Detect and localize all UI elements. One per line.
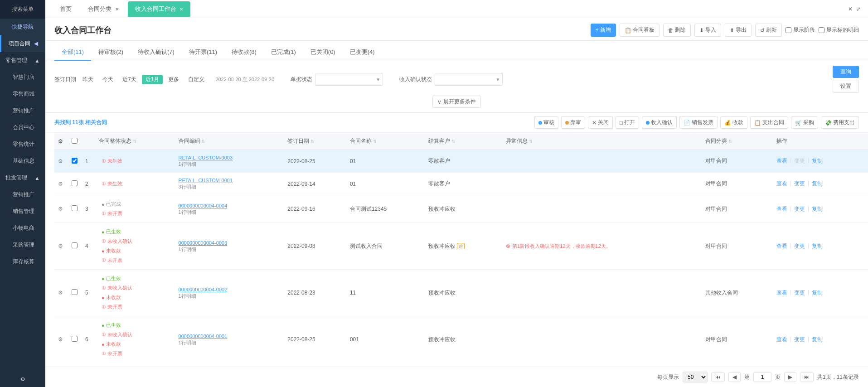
show-fields-checkbox[interactable]: 显示阶段 — [786, 26, 815, 34]
expense-out-button[interactable]: 📋 支出合同 — [750, 116, 788, 129]
status-select[interactable] — [315, 73, 383, 86]
filter-tab-completed[interactable]: 已完成(1) — [264, 44, 303, 61]
filter-tab-pending-payment[interactable]: 待收款(8) — [224, 44, 264, 61]
col-sign-date[interactable]: 签订日期 — [284, 133, 346, 150]
col-name[interactable]: 合同名称 — [346, 133, 425, 150]
review-button[interactable]: 审核 — [534, 116, 558, 129]
row-action-变更[interactable]: 变更 — [794, 242, 805, 250]
row-action-复制[interactable]: 复制 — [812, 289, 823, 297]
row-action-查看[interactable]: 查看 — [776, 242, 787, 250]
refresh-button[interactable]: ↺ 刷新 — [755, 24, 782, 37]
query-button[interactable]: 查询 — [833, 66, 859, 78]
col-abnormal[interactable]: 异常信息 — [502, 133, 702, 150]
row-settings-icon[interactable]: ⚙ — [58, 290, 63, 296]
row-checkbox[interactable] — [72, 242, 78, 248]
first-page-button[interactable]: ⏮ — [711, 372, 725, 382]
row-settings-icon[interactable]: ⚙ — [58, 206, 63, 212]
filter-tab-closed[interactable]: 已关闭(0) — [303, 44, 343, 61]
sidebar-item-marketing2[interactable]: 营销推广 — [0, 186, 45, 203]
tab-income-workbench-close[interactable]: ✕ — [179, 7, 183, 12]
row-action-复制[interactable]: 复制 — [812, 336, 823, 343]
row-action-查看[interactable]: 查看 — [776, 157, 787, 165]
open-button[interactable]: □ 打开 — [616, 116, 639, 129]
sidebar-item-inventory[interactable]: 库存核算 — [0, 253, 45, 270]
col-category[interactable]: 合同分类 — [702, 133, 772, 150]
sidebar-item-sales[interactable]: 销售管理 — [0, 203, 45, 220]
row-action-变更[interactable]: 变更 — [794, 289, 805, 297]
row-action-变更[interactable]: 变更 — [794, 336, 805, 343]
per-page-select[interactable]: 50 10 20 100 — [683, 372, 708, 382]
sidebar-item-retail[interactable]: 零售管理 ▲ — [0, 52, 45, 69]
horizontal-scrollbar[interactable] — [54, 361, 868, 367]
date-btn-custom[interactable]: 自定义 — [184, 75, 208, 84]
prev-page-button[interactable]: ◀ — [728, 372, 741, 382]
col-status[interactable]: 合同整体状态 — [95, 133, 175, 150]
row-action-查看[interactable]: 查看 — [776, 180, 787, 188]
next-page-button[interactable]: ▶ — [784, 372, 796, 382]
sidebar-item-project[interactable]: 项目合同 ◀ — [0, 35, 45, 52]
row-settings-icon[interactable]: ⚙ — [58, 158, 63, 164]
date-btn-more[interactable]: 更多 — [165, 75, 183, 84]
row-settings-icon[interactable]: ⚙ — [58, 243, 63, 249]
delete-button[interactable]: 🗑 删除 — [663, 24, 691, 37]
tab-income-workbench[interactable]: 收入合同工作台 ✕ — [128, 1, 191, 17]
tab-home[interactable]: 首页 — [53, 1, 79, 17]
filter-tab-all[interactable]: 全部(11) — [54, 44, 91, 61]
row-checkbox[interactable] — [72, 205, 78, 211]
row-checkbox[interactable] — [72, 336, 78, 342]
row-settings-icon[interactable]: ⚙ — [58, 336, 63, 343]
sidebar-item-wholesale[interactable]: 批发管理 ▲ — [0, 169, 45, 186]
filter-tab-changed[interactable]: 已变更(4) — [343, 44, 382, 61]
expand-conditions-button[interactable]: ∨ 展开更多条件 — [432, 96, 481, 108]
purchase-button[interactable]: 🛒 采购 — [791, 116, 818, 129]
contract-panel-button[interactable]: 📋 合同看板 — [620, 24, 659, 37]
window-maximize-button[interactable]: ⤢ — [856, 6, 861, 12]
sidebar-quick-nav[interactable]: 快捷导航 — [0, 19, 45, 35]
set-button[interactable]: 设置 — [833, 80, 859, 93]
page-input[interactable] — [753, 372, 771, 382]
window-close-button[interactable]: ✕ — [848, 6, 853, 12]
date-btn-7days[interactable]: 近7天 — [119, 75, 140, 84]
sales-invoice-button[interactable]: 📄 销售发票 — [679, 116, 718, 129]
confirm-status-select[interactable] — [435, 73, 503, 86]
sidebar-item-marketing[interactable]: 营销推广 — [0, 102, 45, 119]
row-action-查看[interactable]: 查看 — [776, 205, 787, 213]
filter-tab-pending-invoice[interactable]: 待开票(11) — [182, 44, 224, 61]
col-code[interactable]: 合同编码 — [175, 133, 284, 150]
col-settings[interactable]: ⚙ — [54, 133, 68, 150]
row-action-复制[interactable]: 复制 — [812, 242, 823, 250]
gear-icon[interactable]: ⚙ — [0, 372, 45, 387]
row-action-查看[interactable]: 查看 — [776, 336, 787, 343]
export-button[interactable]: ⬆ 导出 — [725, 24, 752, 37]
payment-button[interactable]: 💰 收款 — [720, 116, 747, 129]
date-btn-today[interactable]: 今天 — [99, 75, 117, 84]
filter-tab-pending-confirm[interactable]: 待收入确认(7) — [131, 44, 182, 61]
sidebar-item-basic-info[interactable]: 基础信息 — [0, 153, 45, 169]
sidebar-search[interactable]: 搜索菜单 — [0, 0, 45, 19]
sidebar-item-retail-stats[interactable]: 零售统计 — [0, 136, 45, 153]
date-btn-1month[interactable]: 近1月 — [142, 75, 163, 84]
row-action-复制[interactable]: 复制 — [812, 157, 823, 165]
filter-tab-pending-review[interactable]: 待审核(2) — [91, 44, 131, 61]
col-checkbox[interactable] — [68, 133, 82, 150]
row-action-复制[interactable]: 复制 — [812, 180, 823, 188]
import-button[interactable]: ⬇ 导入 — [694, 24, 721, 37]
col-customer[interactable]: 结算客户 — [425, 133, 502, 150]
tab-contract-category-close[interactable]: ✕ — [115, 7, 119, 12]
row-checkbox[interactable] — [72, 180, 78, 186]
date-btn-yesterday[interactable]: 昨天 — [79, 75, 97, 84]
row-action-复制[interactable]: 复制 — [812, 205, 823, 213]
abandon-button[interactable]: 弃审 — [561, 116, 585, 129]
sidebar-item-smart-store[interactable]: 智慧门店 — [0, 69, 45, 86]
row-settings-icon[interactable]: ⚙ — [58, 181, 63, 187]
income-confirm-button[interactable]: 收入确认 — [642, 116, 677, 129]
row-action-变更[interactable]: 变更 — [794, 180, 805, 188]
last-page-button[interactable]: ⏭ — [800, 372, 814, 382]
close-action-button[interactable]: ✕ 关闭 — [588, 116, 613, 129]
tab-contract-category[interactable]: 合同分类 ✕ — [81, 1, 126, 17]
row-action-查看[interactable]: 查看 — [776, 289, 787, 297]
row-action-变更[interactable]: 变更 — [794, 205, 805, 213]
show-detail-checkbox[interactable]: 显示标的明细 — [819, 26, 859, 34]
sidebar-item-member[interactable]: 会员中心 — [0, 119, 45, 136]
sidebar-item-xiaochangec[interactable]: 小畅电商 — [0, 220, 45, 237]
